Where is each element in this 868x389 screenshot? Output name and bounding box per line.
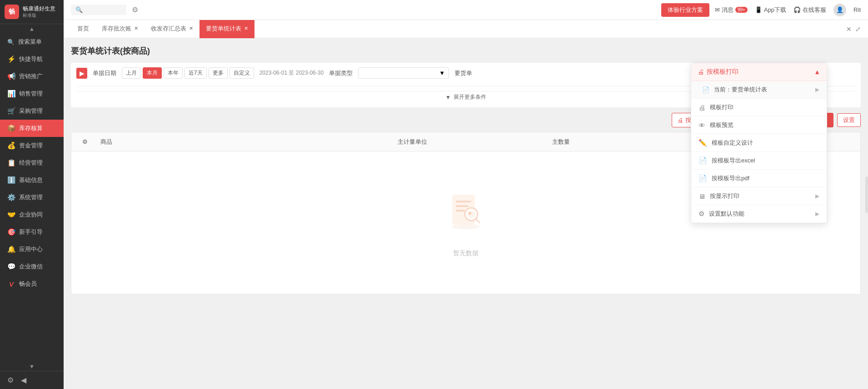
sidebar: 畅 畅康通好生意 标准版 ▲ 🔍 搜索菜单 ⚡ 快捷导航 📢 营销推广 📊 销售… [0,0,64,389]
sidebar-item-wechat[interactable]: 💬 企业微信 [0,258,64,275]
template-print-icon: 🖨 [698,104,705,111]
template-print-left: 🖨 模板打印 [698,103,733,111]
sidebar-search[interactable]: 🔍 搜索菜单 [0,33,64,51]
sidebar-item-member[interactable]: V 畅会员 [0,275,64,293]
chevron-down-icon: ▼ [439,70,445,76]
type-select[interactable]: ▼ [358,67,449,79]
tabs-bar: 首页 库存批次账 ✕ 收发存汇总表 ✕ 要货单统计表 ✕ ✕ ⤢ [64,20,868,38]
display-print-item[interactable]: 🖥 按显示打印 ▶ [691,187,827,205]
messages-button[interactable]: ✉ 消息 99+ [715,6,748,14]
sidebar-item-guide[interactable]: 🎯 新手引导 [0,223,64,241]
tab-order-summary[interactable]: 要货单统计表 ✕ [200,20,254,38]
tab-inventory-batch-close[interactable]: ✕ [134,25,138,31]
guide-icon: 🎯 [7,228,15,236]
marketing-icon: 📢 [7,72,15,81]
logo-text: 畅康通好生意 [23,5,55,13]
sidebar-item-label: 销售管理 [19,90,43,98]
sidebar-scroll-down[interactable]: ▼ [0,362,64,371]
template-print-item[interactable]: 🖨 模板打印 [691,99,827,116]
template-print-label: 模板打印 [710,103,733,111]
sidebar-item-basic[interactable]: ℹ️ 基础信息 [0,172,64,189]
logo-sub: 标准版 [23,12,55,19]
svg-point-8 [469,212,471,215]
sidebar-nav: ⚡ 快捷导航 📢 营销推广 📊 销售管理 🛒 采购管理 📦 库存核算 💰 资金管… [0,51,64,362]
sidebar-item-apps[interactable]: 🔔 应用中心 [0,241,64,258]
last-7-days-button[interactable]: 近7天 [185,67,207,79]
quick-nav-icon: ⚡ [7,55,15,63]
logo-icon: 畅 [5,5,19,19]
current-year-button[interactable]: 本年 [164,67,183,79]
sales-icon: 📊 [7,90,15,98]
template-design-item[interactable]: ✏️ 模板自定义设计 [691,134,827,152]
prev-month-button[interactable]: 上月 [122,67,141,79]
set-default-item[interactable]: ⚙ 设置默认功能 ▶ [691,205,827,223]
collapse-icon[interactable]: ◀ [21,376,26,384]
more-date-button[interactable]: 更多 [209,67,228,79]
close-tab-button[interactable]: ✕ [846,25,852,33]
current-template-label: 当前：要货单统计表 [714,86,767,94]
inventory-icon: 📦 [7,124,15,132]
date-buttons: 上月 本月 本年 近7天 更多 自定义 [122,67,254,79]
app-download-label: App下载 [764,6,786,14]
topbar-right: ✉ 消息 99+ 📱 App下载 🎧 在线客服 👤 Rit [715,4,861,16]
custom-date-button[interactable]: 自定义 [229,67,254,79]
template-design-left: ✏️ 模板自定义设计 [698,139,753,147]
scroll-indicator[interactable] [865,177,868,213]
sidebar-item-label: 新手引导 [19,228,43,236]
sidebar-logo: 畅 畅康通好生意 标准版 [0,0,64,24]
sidebar-item-marketing[interactable]: 📢 营销推广 [0,68,64,85]
settings-icon[interactable]: ⚙ [7,376,14,384]
template-preview-label: 模板预览 [710,121,733,129]
sidebar-item-collab[interactable]: 🤝 企业协同 [0,206,64,223]
set-default-label: 设置默认功能 [709,210,744,218]
messages-icon: ✉ [715,6,720,13]
printer-icon: 🖨 [678,117,683,124]
sidebar-item-finance[interactable]: 💰 资金管理 [0,137,64,154]
basic-icon: ℹ️ [7,176,15,184]
sidebar-item-sales[interactable]: 📊 销售管理 [0,85,64,102]
topbar-search-box[interactable]: 🔍 [71,5,126,15]
sidebar-item-inventory[interactable]: 📦 库存核算 [0,120,64,137]
print-current-template[interactable]: 📄 当前：要货单统计表 ▶ [691,81,827,99]
tab-home[interactable]: 首页 [71,20,95,38]
maximize-button[interactable]: ⤢ [855,25,861,33]
template-export-excel-item[interactable]: 📄 按模板导出excel [691,152,827,170]
trial-button[interactable]: 体验行业方案 [661,3,709,17]
sidebar-item-operation[interactable]: 📋 经营管理 [0,154,64,172]
current-month-button[interactable]: 本月 [143,67,162,79]
app-download-button[interactable]: 📱 App下载 [755,6,786,14]
tab-order-summary-close[interactable]: ✕ [244,25,248,31]
template-export-pdf-item[interactable]: 📄 按模板导出pdf [691,170,827,187]
display-print-left: 🖥 按显示打印 [698,192,739,200]
avatar[interactable]: 👤 [833,4,846,16]
template-export-excel-left: 📄 按模板导出excel [698,157,755,165]
print-dropdown-title: 🖨 按模板打印 [698,68,738,76]
online-service-button[interactable]: 🎧 在线客服 [793,6,826,14]
svg-line-7 [476,219,479,222]
member-icon: V [7,280,15,288]
system-icon: ⚙️ [7,193,15,202]
print-dropdown-collapse-icon[interactable]: ▲ [814,68,820,76]
sidebar-footer: ⚙ ◀ [0,371,64,389]
sidebar-item-system[interactable]: ⚙️ 系统管理 [0,189,64,206]
sidebar-scroll-up[interactable]: ▲ [0,24,64,33]
topbar-search-input[interactable] [85,7,122,13]
tab-inventory-batch[interactable]: 库存批次账 ✕ [95,20,145,38]
th-settings[interactable]: ⚙ [77,138,95,145]
svg-rect-3 [456,205,469,207]
tab-receipt-summary[interactable]: 收发存汇总表 ✕ [145,20,200,38]
tab-home-label: 首页 [77,25,89,33]
template-design-icon: ✏️ [698,139,707,147]
template-export-pdf-label: 按模板导出pdf [712,174,749,182]
template-export-pdf-left: 📄 按模板导出pdf [698,174,749,182]
filter-collapse-button[interactable]: ▶ [76,68,87,79]
username: Rit [853,6,861,13]
display-print-label: 按显示打印 [710,192,739,200]
template-preview-item[interactable]: 👁 模板预览 [691,116,827,134]
sidebar-item-quick-nav[interactable]: ⚡ 快捷导航 [0,51,64,68]
sidebar-item-purchase[interactable]: 🛒 采购管理 [0,102,64,120]
settings-button[interactable]: 设置 [837,113,861,127]
topbar-gear-icon[interactable]: ⚙ [132,5,138,14]
tab-receipt-summary-close[interactable]: ✕ [189,25,193,31]
print-dropdown-header: 🖨 按模板打印 ▲ [691,63,827,81]
